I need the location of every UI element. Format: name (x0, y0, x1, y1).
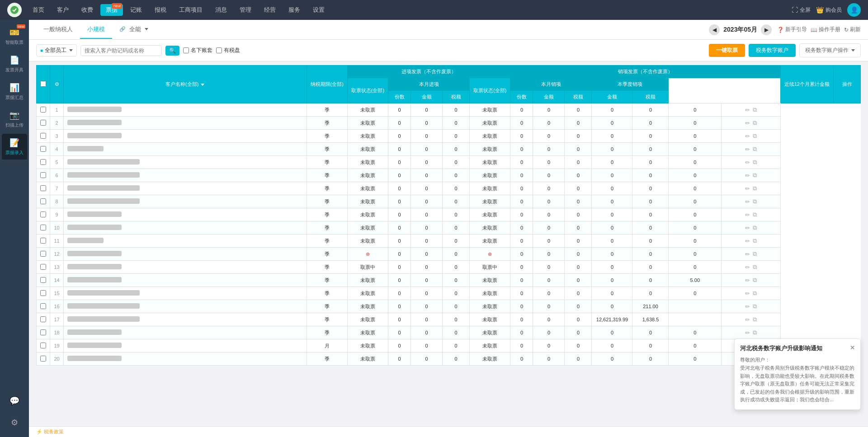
row-checkbox[interactable] (40, 356, 46, 362)
copy-button[interactable]: ⧉ (753, 198, 757, 205)
edit-button[interactable]: ✏ (745, 225, 750, 231)
row-checkbox[interactable] (40, 198, 46, 204)
row-checkbox[interactable] (40, 146, 46, 152)
edit-button[interactable]: ✏ (745, 316, 750, 323)
copy-button[interactable]: ⧉ (753, 224, 757, 231)
copy-button[interactable]: ⧉ (753, 106, 757, 113)
edit-button[interactable]: ✏ (745, 277, 750, 284)
copy-button[interactable]: ⧉ (753, 211, 757, 218)
row-checkbox[interactable] (40, 303, 46, 309)
policy-link[interactable]: ⚡ 税务政策 (36, 428, 64, 435)
edit-button[interactable]: ✏ (745, 211, 750, 218)
edit-button[interactable]: ✏ (745, 329, 750, 336)
nav-accounting[interactable]: 记账 (125, 4, 147, 16)
nav-ops[interactable]: 经营 (259, 4, 281, 16)
copy-button[interactable]: ⧉ (753, 146, 757, 153)
copy-button[interactable]: ⧉ (753, 290, 757, 297)
edit-button[interactable]: ✏ (745, 107, 750, 113)
search-input[interactable] (80, 45, 162, 56)
row-checkbox[interactable] (40, 211, 46, 217)
edit-button[interactable]: ✏ (745, 172, 750, 179)
edit-button[interactable]: ✏ (745, 120, 750, 127)
row-checkbox[interactable] (40, 290, 46, 296)
sal-status-header[interactable]: 取票状态(全部) (470, 78, 510, 103)
employee-select[interactable]: ■ 全部员工 (36, 44, 77, 56)
sidebar-item-smart-ticket[interactable]: 🎫 智能取票 new (2, 23, 27, 49)
nav-tax[interactable]: 报税 (149, 4, 172, 16)
copy-button[interactable]: ⧉ (753, 316, 757, 323)
edit-button[interactable]: ✏ (745, 303, 750, 310)
edit-button[interactable]: ✏ (745, 238, 750, 244)
row-checkbox[interactable] (40, 133, 46, 139)
edit-button[interactable]: ✏ (745, 159, 750, 166)
copy-button[interactable]: ⧉ (753, 119, 757, 127)
sidebar-item-entry[interactable]: 📝 票据录入 (2, 134, 27, 160)
copy-button[interactable]: ⧉ (753, 172, 757, 179)
sidebar-item-summary[interactable]: 📊 票据汇总 (2, 79, 27, 104)
sub-account-checkbox[interactable]: 名下账套 (183, 47, 212, 54)
nav-settings[interactable]: 设置 (307, 4, 330, 16)
has-taxpad-checkbox[interactable]: 有税盘 (216, 47, 240, 54)
edit-button[interactable]: ✏ (745, 198, 750, 205)
nav-msg[interactable]: 消息 (210, 4, 232, 16)
row-checkbox[interactable] (40, 107, 46, 113)
sub-account-checkbox-input[interactable] (183, 47, 189, 53)
copy-button[interactable]: ⧉ (753, 237, 757, 244)
user-avatar[interactable]: 👤 (847, 3, 861, 17)
tax-digital-ops-button[interactable]: 税务数字账户操作 (799, 43, 861, 57)
select-all-checkbox[interactable] (40, 81, 46, 87)
copy-button[interactable]: ⧉ (753, 132, 757, 140)
edit-button[interactable]: ✏ (745, 185, 750, 192)
edit-button[interactable]: ✏ (745, 146, 750, 153)
nav-biz[interactable]: 工商项目 (174, 4, 208, 16)
sidebar-item-invoice-open[interactable]: 📄 发票开具 (2, 51, 27, 77)
copy-button[interactable]: ⧉ (753, 303, 757, 310)
row-checkbox[interactable] (40, 120, 46, 126)
nav-manage[interactable]: 管理 (234, 4, 257, 16)
row-checkbox[interactable] (40, 343, 46, 348)
tax-digital-button[interactable]: 税务数字账户 (749, 44, 796, 57)
copy-button[interactable]: ⧉ (753, 159, 757, 166)
tab-small-scale[interactable]: 小规模 (80, 21, 112, 39)
next-month-button[interactable]: ▶ (761, 24, 772, 35)
row-checkbox[interactable] (40, 316, 46, 322)
copy-button[interactable]: ⧉ (753, 329, 757, 336)
nav-fee[interactable]: 收费 (76, 4, 99, 16)
nav-home[interactable]: 首页 (27, 4, 50, 16)
row-checkbox[interactable] (40, 159, 46, 165)
tab-general-taxpayer[interactable]: 一般纳税人 (36, 21, 80, 39)
tab-all-in-one[interactable]: 🔗 全能 (112, 21, 156, 39)
refresh-button[interactable]: ↻ 刷新 (844, 26, 861, 33)
prev-month-button[interactable]: ◀ (709, 24, 720, 35)
row-checkbox[interactable] (40, 251, 46, 257)
row-checkbox[interactable] (40, 172, 46, 178)
client-name-header[interactable]: 客户名称(全部) (64, 66, 307, 103)
edit-button[interactable]: ✏ (745, 264, 750, 271)
row-checkbox[interactable] (40, 264, 46, 270)
fullscreen-button[interactable]: ⛶ 全屏 (792, 6, 811, 14)
row-checkbox[interactable] (40, 277, 46, 283)
copy-button[interactable]: ⧉ (753, 277, 757, 284)
edit-button[interactable]: ✏ (745, 133, 750, 140)
sidebar-item-gear[interactable]: ⚙ (2, 414, 27, 432)
edit-button[interactable]: ✏ (745, 290, 750, 297)
one-click-ticket-button[interactable]: 一键取票 (709, 44, 745, 57)
copy-button[interactable]: ⧉ (753, 250, 757, 258)
edit-button[interactable]: ✏ (745, 251, 750, 258)
copy-button[interactable]: ⧉ (753, 263, 757, 271)
copy-button[interactable]: ⧉ (753, 185, 757, 192)
row-checkbox[interactable] (40, 185, 46, 191)
tax-period-header[interactable]: 纳税期限(全部) (307, 66, 347, 103)
row-checkbox[interactable] (40, 329, 46, 335)
manual-button[interactable]: 📖 操作手册 (811, 26, 840, 33)
pur-status-header[interactable]: 取票状态(全部) (347, 78, 388, 103)
sidebar-item-chat[interactable]: 💬 (2, 392, 27, 410)
row-checkbox[interactable] (40, 225, 46, 230)
guide-button[interactable]: ❓ 新手引导 (777, 26, 807, 33)
nav-ticket[interactable]: 票据 new (100, 4, 123, 16)
sidebar-item-scan[interactable]: 📷 扫描上传 (2, 106, 27, 132)
notification-close-button[interactable]: ✕ (850, 344, 855, 352)
nav-client[interactable]: 客户 (52, 4, 74, 16)
row-checkbox[interactable] (40, 238, 46, 244)
member-button[interactable]: 👑 购会员 (816, 6, 842, 14)
